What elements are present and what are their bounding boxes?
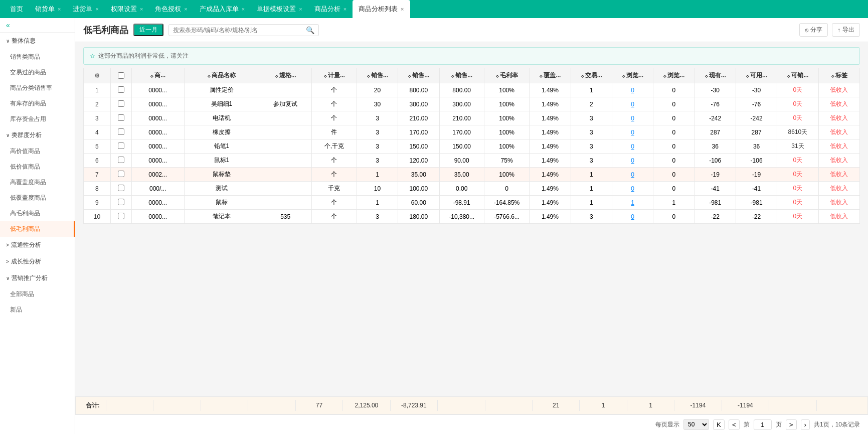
th-current-stock[interactable]: ⬦现有... [695,68,736,83]
nav-sales[interactable]: 销货单 × [29,0,67,18]
cell-view1[interactable]: 0 [612,125,653,139]
cell-checkbox[interactable] [110,139,131,154]
th-name[interactable]: ⬦商品名称 [184,68,259,83]
nav-purchase[interactable]: 进货单 × [67,0,104,18]
th-spec[interactable]: ⬦规格... [259,68,312,83]
sidebar-item-low-margin[interactable]: 低毛利商品 [0,221,75,237]
cell-view1[interactable]: 1 [612,196,653,210]
cell-view1[interactable]: 0 [612,139,653,154]
cell-view1[interactable]: 0 [612,83,653,97]
cell-checkbox[interactable] [110,154,131,168]
settings-icon[interactable]: ⚙ [94,72,100,79]
view1-link[interactable]: 0 [631,101,634,108]
sidebar-item-traded-goods[interactable]: 交易过的商品 [0,65,75,80]
sidebar-item-low-coverage[interactable]: 低覆盖度商品 [0,190,75,206]
close-template-tab[interactable]: × [299,6,302,12]
row-checkbox[interactable] [118,199,124,205]
table-container[interactable]: ⚙ ⬦商... ⬦商品名称 ⬦规格... [83,68,860,396]
nav-permission[interactable]: 权限设置 × [105,0,149,18]
sidebar-item-stock-goods[interactable]: 有库存的商品 [0,96,75,111]
row-checkbox[interactable] [118,171,124,177]
close-permission-tab[interactable]: × [140,6,143,12]
prev-page-btn[interactable]: < [729,419,740,430]
cell-checkbox[interactable] [110,111,131,125]
sidebar-item-new-goods[interactable]: 新品 [0,302,75,318]
sidebar-group-growth-title[interactable]: > 成长性分析 [0,253,75,270]
cell-view1[interactable]: 0 [612,111,653,125]
view1-link[interactable]: 0 [631,213,634,220]
close-goods-tab[interactable]: × [343,6,346,12]
cell-view1[interactable]: 0 [612,182,653,196]
share-button[interactable]: ⎋ 分享 [799,23,828,37]
cell-view1[interactable]: 0 [612,168,653,182]
th-tag[interactable]: ⬦标签 [818,68,859,83]
cell-view1[interactable]: 0 [612,97,653,111]
cell-checkbox[interactable] [110,196,131,210]
row-checkbox[interactable] [118,100,124,107]
sidebar-group-cluster-title[interactable]: ∨ 类群度分析 [0,127,75,143]
view1-link[interactable]: 0 [631,143,634,150]
view1-link[interactable]: 0 [631,171,634,178]
cell-checkbox[interactable] [110,83,131,97]
page-size-select[interactable]: 50 100 200 [683,419,709,430]
th-sellable-days[interactable]: ⬦可销... [777,68,818,83]
sidebar-group-overview-title[interactable]: ∨ 整体信息 [0,33,75,49]
sidebar-item-category-rate[interactable]: 商品分类销售率 [0,80,75,96]
sidebar-item-high-value[interactable]: 高价值商品 [0,143,75,159]
row-checkbox[interactable] [118,185,124,191]
cell-checkbox[interactable] [110,97,131,111]
view1-link[interactable]: 1 [631,199,634,206]
row-checkbox[interactable] [118,157,124,163]
nav-template[interactable]: 单据模板设置 × [251,0,308,18]
row-checkbox[interactable] [118,86,124,93]
sidebar-item-sales-goods[interactable]: 销售类商品 [0,49,75,65]
cell-checkbox[interactable] [110,182,131,196]
row-checkbox[interactable] [118,142,124,149]
close-sales-tab[interactable]: × [58,6,61,12]
view1-link[interactable]: 0 [631,185,634,192]
th-checkbox[interactable] [110,68,131,83]
th-settings[interactable]: ⚙ [84,68,111,83]
th-code[interactable]: ⬦商... [131,68,184,83]
th-gross-margin[interactable]: ⬦毛利率 [484,68,529,83]
th-trade-count[interactable]: ⬦交易... [571,68,612,83]
export-button[interactable]: ↑ 导出 [832,23,860,37]
first-page-btn[interactable]: K [713,419,725,430]
sidebar-item-low-value[interactable]: 低价值商品 [0,159,75,175]
sidebar-group-marketing-title[interactable]: ∨ 营销推广分析 [0,270,75,286]
th-coverage[interactable]: ⬦覆盖... [530,68,571,83]
th-available-stock[interactable]: ⬦可用... [736,68,777,83]
th-sales-amount[interactable]: ⬦销售... [398,68,439,83]
view1-link[interactable]: 0 [631,129,634,136]
nav-goods-analysis-list[interactable]: 商品分析列表 × [353,0,410,18]
close-purchase-tab[interactable]: × [95,6,98,12]
page-number-input[interactable] [754,419,772,430]
cell-checkbox[interactable] [110,168,131,182]
th-view2[interactable]: ⬦浏览... [653,68,695,83]
th-sales-profit[interactable]: ⬦销售... [439,68,484,83]
sidebar-item-high-margin[interactable]: 高毛利商品 [0,206,75,221]
close-product-tab[interactable]: × [242,6,245,12]
next-page-btn[interactable]: > [786,419,797,430]
th-unit[interactable]: ⬦计量... [312,68,357,83]
nav-home[interactable]: 首页 [4,0,29,18]
search-input[interactable] [173,27,306,34]
sidebar-item-all-goods[interactable]: 全部商品 [0,286,75,302]
view1-link[interactable]: 0 [631,115,634,122]
view1-link[interactable]: 0 [631,157,634,164]
sidebar-item-high-coverage[interactable]: 高覆盖度商品 [0,175,75,190]
nav-product-in[interactable]: 产成品入库单 × [194,0,251,18]
close-role-tab[interactable]: × [184,6,187,12]
row-checkbox[interactable] [118,128,124,135]
cell-checkbox[interactable] [110,125,131,139]
select-all-checkbox[interactable] [118,72,124,79]
sidebar-group-liquidity-title[interactable]: > 流通性分析 [0,237,75,253]
row-checkbox[interactable] [118,213,124,219]
th-sales-count[interactable]: ⬦销售... [357,68,398,83]
view1-link[interactable]: 0 [631,87,634,94]
sidebar-collapse-btn[interactable]: « [4,21,12,29]
row-checkbox[interactable] [118,114,124,121]
date-filter-badge[interactable]: 近一月 [133,24,163,36]
cell-checkbox[interactable] [110,210,131,224]
close-list-tab[interactable]: × [401,6,404,12]
